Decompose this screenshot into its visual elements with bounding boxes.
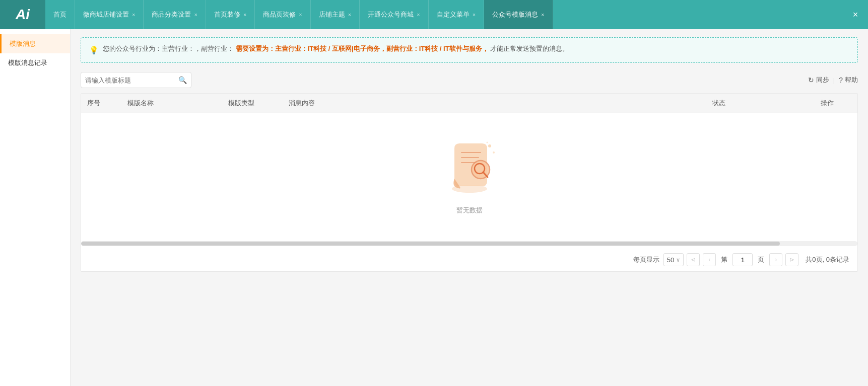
horizontal-scrollbar[interactable]	[81, 241, 857, 246]
svg-point-7	[488, 144, 491, 147]
svg-point-8	[493, 151, 495, 153]
notice-box: 💡 您的公众号行业为：主营行业：，副营行业： 需要设置为：主营行业：IT科技 /…	[81, 37, 858, 63]
tab-close-icon-8[interactable]: ×	[541, 12, 544, 18]
empty-state: 暂无数据	[81, 113, 857, 240]
toolbar-right: ↻ 同步 | ? 帮助	[808, 75, 858, 85]
nav-tab-3[interactable]: 首页装修×	[206, 0, 255, 29]
nav-tab-8[interactable]: 公众号模版消息×	[484, 0, 553, 29]
per-page-label: 每页显示	[633, 255, 659, 264]
col-header-type: 模版类型	[222, 94, 283, 113]
sync-button[interactable]: ↻ 同步	[808, 75, 829, 85]
col-header-content: 消息内容	[283, 94, 706, 113]
scrollbar-thumb[interactable]	[81, 242, 780, 246]
chevron-down-icon: ∨	[676, 257, 680, 263]
total-info: 共0页, 0条记录	[806, 255, 849, 264]
nav-tab-1[interactable]: 微商城店铺设置×	[75, 0, 144, 29]
global-close-button[interactable]: ×	[843, 0, 868, 29]
tab-close-icon-7[interactable]: ×	[473, 12, 476, 18]
help-button[interactable]: ? 帮助	[839, 75, 858, 85]
nav-tab-6[interactable]: 开通公众号商城×	[360, 0, 428, 29]
bulb-icon: 💡	[89, 44, 99, 56]
col-header-seq: 序号	[81, 94, 121, 113]
tab-close-icon-2[interactable]: ×	[194, 12, 197, 18]
pagination: 每页显示 50 ∨ ⊲ ‹ 第 页 › ⊳ 共0页, 0条记录	[81, 247, 857, 271]
main-layout: 模版消息模版消息记录 💡 您的公众号行业为：主营行业：，副营行业： 需要设置为：…	[0, 29, 868, 386]
tab-close-icon-5[interactable]: ×	[348, 12, 351, 18]
next-page-button[interactable]: ›	[769, 253, 782, 266]
refresh-icon: ↻	[808, 76, 814, 84]
first-page-button[interactable]: ⊲	[687, 253, 700, 266]
tab-close-icon-1[interactable]: ×	[132, 12, 135, 18]
table-header: 序号 模版名称 模版类型 消息内容 状态 操作	[81, 94, 857, 113]
tab-close-icon-6[interactable]: ×	[417, 12, 420, 18]
svg-point-9	[486, 142, 488, 143]
col-header-name: 模版名称	[121, 94, 222, 113]
page-number-input[interactable]	[732, 253, 753, 266]
nav-tab-2[interactable]: 商品分类设置×	[144, 0, 206, 29]
sidebar: 模版消息模版消息记录	[0, 29, 71, 386]
per-page-select[interactable]: 50 ∨	[663, 253, 684, 266]
search-icon[interactable]: 🔍	[178, 76, 187, 84]
data-table: 序号 模版名称 模版类型 消息内容 状态 操作	[81, 93, 858, 272]
empty-text: 暂无数据	[456, 206, 483, 215]
empty-illustration	[439, 133, 500, 199]
nav-tab-7[interactable]: 自定义菜单×	[429, 0, 484, 29]
main-content: 💡 您的公众号行业为：主营行业：，副营行业： 需要设置为：主营行业：IT科技 /…	[71, 29, 868, 386]
nav-tab-5[interactable]: 店铺主题×	[311, 0, 360, 29]
search-input-wrap[interactable]: 🔍	[81, 72, 191, 88]
app-logo: Ai	[0, 0, 45, 29]
divider: |	[833, 76, 835, 84]
sidebar-item-0[interactable]: 模版消息	[0, 34, 70, 53]
search-input[interactable]	[85, 76, 178, 84]
page-unit: 页	[758, 255, 764, 264]
page-label: 第	[721, 255, 727, 264]
help-icon: ?	[839, 76, 843, 84]
tab-close-icon-3[interactable]: ×	[243, 12, 246, 18]
last-page-button[interactable]: ⊳	[785, 253, 798, 266]
nav-tab-4[interactable]: 商品页装修×	[255, 0, 310, 29]
top-nav-bar: Ai 首页微商城店铺设置×商品分类设置×首页装修×商品页装修×店铺主题×开通公众…	[0, 0, 868, 29]
prev-page-button[interactable]: ‹	[703, 253, 716, 266]
notice-text: 您的公众号行业为：主营行业：，副营行业： 需要设置为：主营行业：IT科技 / 互…	[103, 44, 569, 54]
toolbar: 🔍 ↻ 同步 | ? 帮助	[81, 72, 858, 88]
col-header-action: 操作	[797, 94, 857, 113]
tab-close-icon-4[interactable]: ×	[299, 12, 302, 18]
nav-tab-0[interactable]: 首页	[45, 0, 75, 29]
nav-tabs: 首页微商城店铺设置×商品分类设置×首页装修×商品页装修×店铺主题×开通公众号商城…	[45, 0, 843, 29]
per-page-value: 50	[667, 256, 674, 264]
col-header-status: 状态	[706, 94, 797, 113]
sidebar-item-1[interactable]: 模版消息记录	[0, 53, 70, 72]
